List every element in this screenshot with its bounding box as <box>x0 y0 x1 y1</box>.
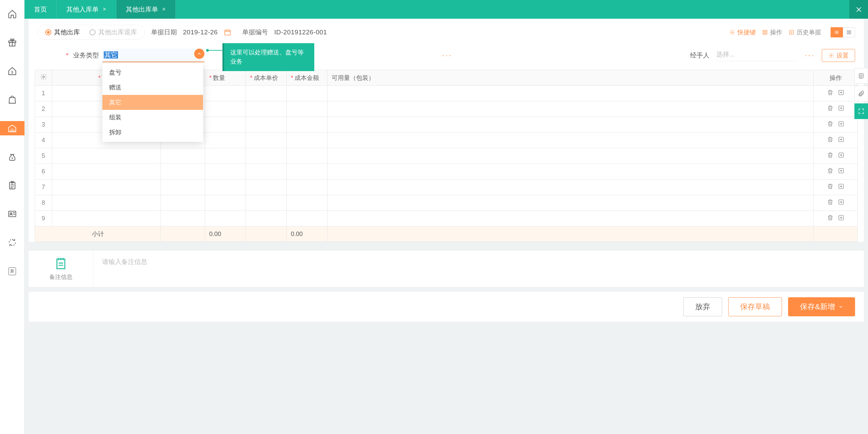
cell-qty[interactable] <box>205 86 246 101</box>
add-row-icon[interactable] <box>838 120 845 127</box>
cell-unit[interactable] <box>161 164 205 180</box>
cell-qty[interactable] <box>205 148 246 164</box>
cell-product[interactable] <box>52 148 161 164</box>
cell-available[interactable] <box>328 101 814 117</box>
add-row-icon[interactable] <box>838 167 845 174</box>
calendar-icon[interactable] <box>224 29 231 36</box>
delete-icon[interactable] <box>827 183 834 190</box>
delete-icon[interactable] <box>827 136 834 143</box>
remarks-input[interactable] <box>102 258 855 266</box>
cell-qty[interactable] <box>205 180 246 195</box>
cell-cost-amount[interactable] <box>287 195 328 211</box>
cell-available[interactable] <box>328 211 814 227</box>
rail-attach-button[interactable] <box>854 86 868 101</box>
delete-icon[interactable] <box>827 167 834 174</box>
cell-product[interactable] <box>52 211 161 227</box>
delete-icon[interactable] <box>827 89 834 96</box>
cell-available[interactable] <box>328 195 814 211</box>
cell-cost-amount[interactable] <box>287 86 328 101</box>
nav-home[interactable] <box>0 7 24 21</box>
save-draft-button[interactable]: 保存草稿 <box>728 297 782 316</box>
dropdown-option[interactable]: 其它 <box>102 95 203 110</box>
view-list-button[interactable] <box>831 27 843 37</box>
table-settings-header[interactable] <box>35 70 52 86</box>
close-icon[interactable]: × <box>103 6 106 13</box>
dropdown-option[interactable]: 拆卸 <box>102 125 203 140</box>
table-row[interactable]: 5 <box>35 148 858 164</box>
dropdown-option[interactable]: 赠送 <box>102 80 203 95</box>
cell-qty[interactable] <box>205 164 246 180</box>
biz-type-select[interactable]: 其它 盘亏 赠送 其它 组装 拆卸 <box>102 49 204 62</box>
cell-available[interactable] <box>328 164 814 180</box>
delete-icon[interactable] <box>827 199 834 205</box>
cell-available[interactable] <box>328 117 814 133</box>
cell-cost-price[interactable] <box>246 133 287 148</box>
handler-select[interactable]: 选择... <box>716 50 798 61</box>
cell-unit[interactable] <box>161 148 205 164</box>
operate-link[interactable]: 操作 <box>762 28 782 36</box>
cell-cost-amount[interactable] <box>287 180 328 195</box>
close-all-tabs[interactable] <box>849 0 868 19</box>
add-row-icon[interactable] <box>838 136 845 143</box>
cell-cost-price[interactable] <box>246 117 287 133</box>
save-new-button[interactable]: 保存&新增 <box>788 297 855 316</box>
cell-cost-price[interactable] <box>246 211 287 227</box>
cell-qty[interactable] <box>205 211 246 227</box>
cell-cost-amount[interactable] <box>287 133 328 148</box>
radio-return[interactable]: 其他出库退库 <box>89 28 137 37</box>
tab-other-out[interactable]: 其他出库单× <box>116 0 176 19</box>
cell-cost-amount[interactable] <box>287 148 328 164</box>
cell-product[interactable] <box>52 180 161 195</box>
cell-product[interactable] <box>52 164 161 180</box>
rail-notes-button[interactable] <box>854 68 868 84</box>
tab-home[interactable]: 首页 <box>24 0 57 19</box>
delete-icon[interactable] <box>827 105 834 112</box>
nav-contact[interactable] <box>0 207 24 221</box>
radio-outbound[interactable]: 其他出库 <box>45 28 80 37</box>
rail-expand-button[interactable] <box>854 103 868 119</box>
cell-qty[interactable] <box>205 101 246 117</box>
nav-gift[interactable] <box>0 35 24 50</box>
more-icon[interactable]: ··· <box>805 51 815 60</box>
date-value[interactable]: 2019-12-26 <box>183 29 218 36</box>
cell-cost-price[interactable] <box>246 148 287 164</box>
settings-button[interactable]: 设置 <box>822 49 855 62</box>
nav-warehouse[interactable] <box>0 121 24 135</box>
discard-button[interactable]: 放弃 <box>683 297 722 316</box>
cell-cost-amount[interactable] <box>287 211 328 227</box>
nav-sync[interactable] <box>0 235 24 250</box>
history-link[interactable]: 历史单据 <box>788 28 821 36</box>
cell-qty[interactable] <box>205 117 246 133</box>
add-row-icon[interactable] <box>838 89 845 96</box>
table-row[interactable]: 9 <box>35 211 858 227</box>
cell-available[interactable] <box>328 148 814 164</box>
close-icon[interactable]: × <box>162 6 166 13</box>
cell-cost-price[interactable] <box>246 164 287 180</box>
add-row-icon[interactable] <box>838 199 845 205</box>
cell-product[interactable] <box>52 195 161 211</box>
more-icon[interactable]: ··· <box>442 51 452 60</box>
cell-cost-amount[interactable] <box>287 164 328 180</box>
nav-clipboard[interactable] <box>0 178 24 193</box>
cell-cost-price[interactable] <box>246 101 287 117</box>
view-grid-button[interactable] <box>843 27 855 37</box>
table-row[interactable]: 7 <box>35 180 858 195</box>
cell-qty[interactable] <box>205 133 246 148</box>
cell-unit[interactable] <box>161 195 205 211</box>
tab-other-in[interactable]: 其他入库单× <box>57 0 116 19</box>
cell-available[interactable] <box>328 133 814 148</box>
cell-unit[interactable] <box>161 180 205 195</box>
delete-icon[interactable] <box>827 152 834 158</box>
cell-cost-price[interactable] <box>246 86 287 101</box>
shortcut-link[interactable]: 快捷键 <box>729 28 756 36</box>
cell-cost-price[interactable] <box>246 180 287 195</box>
delete-icon[interactable] <box>827 214 834 221</box>
table-row[interactable]: 8 <box>35 195 858 211</box>
dropdown-option[interactable]: 组装 <box>102 110 203 125</box>
add-row-icon[interactable] <box>838 152 845 158</box>
cell-cost-amount[interactable] <box>287 117 328 133</box>
cell-available[interactable] <box>328 86 814 101</box>
nav-new[interactable]: 新 <box>0 264 24 278</box>
cell-cost-amount[interactable] <box>287 101 328 117</box>
cell-unit[interactable] <box>161 211 205 227</box>
